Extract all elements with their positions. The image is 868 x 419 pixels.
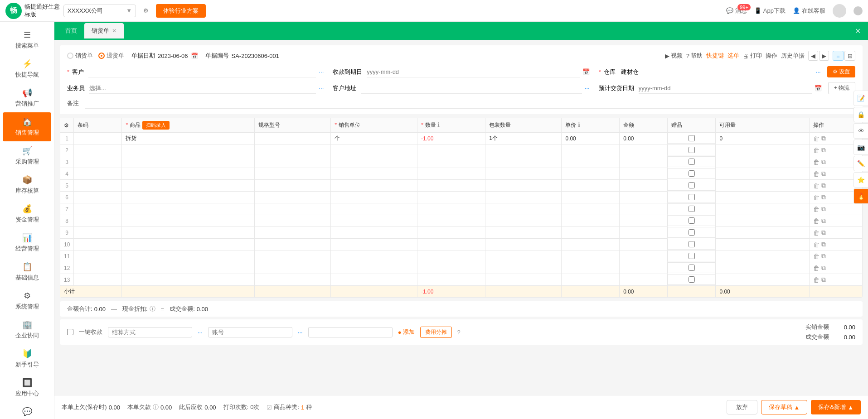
cell-unit[interactable] (331, 180, 417, 192)
float-lock-button[interactable]: 🔒 (853, 107, 868, 122)
sidebar-item-purchase[interactable]: 🛒 采购管理 (0, 141, 54, 170)
warehouse-lookup-button[interactable]: ··· (816, 68, 821, 75)
cell-price[interactable] (562, 215, 620, 227)
sidebar-item-operations[interactable]: 📊 经营管理 (0, 228, 54, 257)
cell-product[interactable] (122, 215, 255, 227)
cell-product[interactable] (122, 203, 255, 215)
cell-unit[interactable] (331, 239, 417, 250)
cell-pkg-qty[interactable]: 1个 (485, 133, 562, 144)
cell-qty[interactable] (417, 203, 485, 215)
due-date-input[interactable] (367, 67, 579, 77)
cell-pkg-qty[interactable] (485, 168, 562, 180)
add-payment-button[interactable]: ● 添加 (398, 328, 415, 336)
grid-view-button[interactable]: ⊞ (844, 51, 855, 61)
cell-spec[interactable] (255, 215, 331, 227)
payment-amount-input[interactable] (308, 327, 393, 337)
sidebar-item-sales[interactable]: 🏠 销售管理 (3, 112, 51, 141)
cell-gift[interactable] (668, 215, 715, 226)
action-tool-button[interactable]: 操作 (766, 52, 777, 60)
shortcut-tool-button[interactable]: 快捷键 (706, 52, 724, 60)
cell-barcode[interactable] (74, 144, 122, 156)
cell-amount[interactable] (620, 239, 668, 250)
delete-row-button[interactable]: 🗑 (813, 241, 820, 248)
cell-unit[interactable] (331, 215, 417, 227)
cell-qty[interactable] (417, 144, 485, 156)
logistics-button[interactable]: + 物流 (828, 82, 855, 94)
float-star-button[interactable]: ⭐ (853, 172, 868, 188)
float-hot-button[interactable]: 🔥 (853, 188, 868, 204)
cell-spec[interactable] (255, 133, 331, 144)
cell-barcode[interactable] (74, 156, 122, 168)
cell-qty[interactable] (417, 239, 485, 250)
discard-button[interactable]: 放弃 (727, 400, 757, 414)
cell-price[interactable] (562, 250, 620, 262)
cell-pkg-qty[interactable] (485, 227, 562, 239)
cell-qty[interactable] (417, 227, 485, 239)
copy-row-button[interactable]: ⧉ (821, 135, 826, 142)
col-settings[interactable]: ⚙ (60, 118, 74, 133)
scan-button[interactable]: 扫码录入 (142, 121, 170, 130)
tab-sales-order[interactable]: 销货单 ✕ (84, 23, 124, 39)
payment-account-input[interactable] (208, 327, 292, 337)
one-click-payment-checkbox[interactable] (67, 329, 73, 335)
save-new-dropdown-icon[interactable]: ▲ (848, 404, 853, 411)
sidebar-item-guide[interactable]: 🔰 新手引导 (0, 344, 54, 373)
online-service-button[interactable]: 👤 在线客服 (793, 7, 825, 15)
delete-row-button[interactable]: 🗑 (813, 135, 820, 142)
sidebar-item-basic[interactable]: 📋 基础信息 (0, 257, 54, 286)
copy-row-button[interactable]: ⧉ (821, 146, 826, 154)
prev-arrow-button[interactable]: ◀ (808, 51, 818, 61)
sidebar-item-quick-nav[interactable]: ⚡ 快捷导航 (0, 54, 54, 83)
cell-pkg-qty[interactable] (485, 144, 562, 156)
float-edit-button[interactable]: ✏️ (853, 156, 868, 171)
copy-row-button[interactable]: ⧉ (821, 217, 826, 225)
cell-amount[interactable] (620, 215, 668, 227)
cell-amount[interactable] (620, 144, 668, 156)
cell-pkg-qty[interactable] (485, 262, 562, 274)
sidebar-item-search[interactable]: ☰ 搜索菜单 (0, 25, 54, 54)
cell-price[interactable] (562, 203, 620, 215)
cell-barcode[interactable] (74, 168, 122, 180)
cell-barcode[interactable] (74, 239, 122, 250)
cell-barcode[interactable] (74, 203, 122, 215)
cell-amount[interactable] (620, 227, 668, 239)
cell-amount[interactable] (620, 180, 668, 192)
cell-price[interactable]: 0.00 (562, 133, 620, 144)
cell-price[interactable] (562, 180, 620, 192)
cell-price[interactable] (562, 262, 620, 274)
delete-row-button[interactable]: 🗑 (813, 253, 820, 260)
cell-unit[interactable] (331, 262, 417, 274)
copy-row-button[interactable]: ⧉ (821, 205, 826, 213)
cell-product[interactable] (122, 239, 255, 250)
select-tool-button[interactable]: 选单 (727, 52, 739, 60)
owed-info-icon[interactable]: ⓘ (153, 403, 159, 411)
expense-split-button[interactable]: 费用分摊 (420, 327, 452, 338)
sidebar-item-finance[interactable]: 💰 资金管理 (0, 199, 54, 228)
cell-spec[interactable] (255, 262, 331, 274)
cell-spec[interactable] (255, 144, 331, 156)
message-button[interactable]: 💬 消息 99+ (726, 7, 747, 15)
list-view-button[interactable]: ≡ (833, 51, 844, 61)
cell-unit[interactable] (331, 156, 417, 168)
cell-product[interactable] (122, 227, 255, 239)
cell-pkg-qty[interactable] (485, 274, 562, 286)
cell-pkg-qty[interactable] (485, 156, 562, 168)
delete-row-button[interactable]: 🗑 (813, 147, 820, 154)
salesman-input[interactable] (89, 83, 316, 94)
copy-row-button[interactable]: ⧉ (821, 170, 826, 178)
sidebar-item-appstore[interactable]: 🔲 应用中心 (0, 373, 54, 402)
cell-amount[interactable] (620, 168, 668, 180)
copy-row-button[interactable]: ⧉ (821, 241, 826, 248)
expected-date-calendar-icon[interactable]: 📅 (815, 85, 822, 92)
history-tool-button[interactable]: 历史单据 (781, 52, 805, 60)
cell-unit[interactable] (331, 250, 417, 262)
cell-barcode[interactable] (74, 133, 122, 144)
cell-barcode[interactable] (74, 262, 122, 274)
cell-product[interactable] (122, 180, 255, 192)
cell-pkg-qty[interactable] (485, 239, 562, 250)
cell-gift[interactable] (668, 203, 715, 214)
cell-spec[interactable] (255, 156, 331, 168)
cell-qty[interactable] (417, 215, 485, 227)
cell-product[interactable] (122, 250, 255, 262)
app-download-button[interactable]: 📱 App下载 (754, 7, 786, 15)
